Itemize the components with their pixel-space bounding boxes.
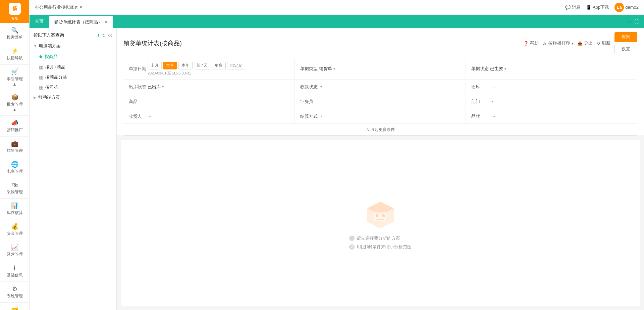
tabbar: 首页 销货单统计表（按商品） ✕ — ⛶	[30, 15, 644, 28]
user-menu[interactable]: Ea demo2	[614, 3, 639, 12]
date-filter-value: 上月 本月 本年 近7天 更多 自定义 2023-03-01 至 2023-03…	[148, 62, 289, 76]
filter-cell-warehouse: 仓库 ···	[466, 80, 637, 94]
sidebar-item-operation-label: 经营管理	[7, 252, 23, 257]
collapse-bar[interactable]: ∧ 收起更多条件	[123, 124, 637, 136]
sidebar-item-sales[interactable]: 💼 销售管理	[0, 137, 29, 157]
tab-close-icon[interactable]: ✕	[104, 20, 108, 24]
wholesale-expand-icon: ▲	[13, 107, 17, 112]
sidebar-item-quick-label: 快捷导航	[7, 55, 23, 61]
sidebar-item-search[interactable]: 🔍 搜索菜单	[0, 23, 29, 44]
department-value[interactable]: ▾	[490, 100, 632, 103]
date-btn-more[interactable]: 更多	[212, 62, 226, 69]
collapse-scheme-icon[interactable]: ≪	[108, 33, 112, 38]
scheme-item-by-month-product[interactable]: ▦ 按月+商品	[30, 62, 116, 72]
doc-type-text: 销货单	[319, 66, 332, 72]
out-status-value[interactable]: 已出库 ▾	[148, 84, 289, 90]
by-month-product-icon: ▦	[39, 64, 43, 70]
scheme-item-by-driver[interactable]: ▦ 按司机	[30, 82, 116, 92]
retail-nav-icon: 🛒	[11, 68, 18, 75]
scheme-header-title: 按以下方案查询	[34, 32, 64, 38]
window-minimize-icon[interactable]: —	[627, 19, 632, 24]
product-dots-icon[interactable]: ···	[149, 99, 153, 104]
export-button[interactable]: 📤 导出	[577, 40, 593, 46]
sidebar-item-purchase[interactable]: 🛍 采购管理	[0, 178, 29, 199]
scheme-group-mobile[interactable]: ▶ 移动端方案	[30, 92, 116, 102]
scheme-item-by-driver-label: 按司机	[45, 84, 58, 90]
sidebar-item-wholesale[interactable]: 📦 批发管理 ▲	[0, 90, 29, 116]
add-scheme-button[interactable]: +	[97, 32, 100, 38]
date-btn-last-month[interactable]: 上月	[148, 62, 162, 69]
tab-home[interactable]: 首页	[30, 15, 49, 28]
sidebar-item-inventory[interactable]: 📊 库存核算	[0, 199, 29, 219]
date-filter-label: 单据日期	[129, 66, 148, 72]
help-icon: ❓	[523, 41, 529, 46]
payment-value[interactable]: ▾	[319, 114, 461, 118]
sidebar-item-finance[interactable]: 💰 资金管理	[0, 219, 29, 240]
message-button[interactable]: 💬 消息	[565, 4, 581, 10]
warehouse-value[interactable]: ···	[490, 84, 632, 89]
date-btn-custom[interactable]: 自定义	[227, 62, 245, 69]
industry-selector[interactable]: 办公用品行业模拟账套 ▾	[35, 4, 82, 10]
out-status-dropdown-icon: ▾	[162, 85, 164, 89]
warehouse-dots-icon[interactable]: ···	[491, 84, 495, 89]
wholesale-nav-icon: 📦	[11, 94, 18, 101]
tab-sales-stats[interactable]: 销货单统计表（按商品） ✕	[49, 16, 113, 28]
scheme-item-by-product[interactable]: ● 按商品	[30, 51, 116, 62]
salesman-dots-icon[interactable]: ···	[320, 99, 324, 104]
receipt-status-value[interactable]: ▾	[319, 85, 461, 89]
product-value[interactable]: ···	[148, 99, 289, 104]
system-nav-icon: ⚙	[12, 285, 17, 293]
filter-cell-doc-type: 单据类型 销货单 ▾	[295, 58, 466, 80]
filter-cell-salesman: 业务员 ···	[295, 94, 466, 109]
print-button[interactable]: 🖨 按模板打印 ▾	[543, 40, 573, 46]
print-label: 按模板打印	[548, 40, 570, 46]
sidebar-item-operation[interactable]: 📈 经营管理	[0, 240, 29, 261]
sidebar-item-marketing[interactable]: 📣 营销推广	[0, 116, 29, 137]
settings-button[interactable]: 设置	[614, 44, 637, 54]
sidebar-item-basic[interactable]: ℹ 基础信息	[0, 261, 29, 282]
svg-rect-6	[376, 219, 384, 220]
refresh-scheme-icon[interactable]: ↻	[102, 33, 106, 38]
right-panel: 销货单统计表(按商品) ❓ 帮助 🖨 按模板打印 ▾	[117, 28, 644, 310]
topbar: 办公用品行业模拟账套 ▾ 💬 消息 📱 App下载 Ea demo2	[30, 0, 644, 15]
date-btn-7days[interactable]: 近7天	[194, 62, 210, 69]
receiver-value[interactable]: ···	[148, 114, 289, 119]
date-btn-this-month[interactable]: 本月	[163, 62, 177, 69]
filter-cell-out-status: 出库状态 已出库 ▾	[123, 80, 295, 94]
scheme-item-by-category[interactable]: ▦ 按商品分类	[30, 72, 116, 82]
date-btn-this-year[interactable]: 本年	[178, 62, 193, 69]
message-icon: 💬	[565, 5, 571, 10]
salesman-value[interactable]: ···	[319, 99, 461, 104]
pc-group-label: 电脑端方案	[39, 43, 61, 49]
scheme-group-pc[interactable]: ▼ 电脑端方案	[30, 41, 116, 51]
by-driver-icon: ▦	[39, 85, 43, 90]
sidebar-item-enterprise[interactable]: 🤝 企业协同	[0, 303, 29, 310]
window-maximize-icon[interactable]: ⛶	[634, 19, 639, 24]
doc-status-label: 单据状态	[471, 66, 490, 72]
app-download-button[interactable]: 📱 App下载	[586, 4, 609, 10]
sidebar-item-ecommerce[interactable]: 🌐 电商管理	[0, 157, 29, 178]
help-button[interactable]: ❓ 帮助	[523, 40, 539, 46]
purchase-nav-icon: 🛍	[12, 182, 18, 189]
sidebar-item-system[interactable]: ⚙ 系统管理	[0, 282, 29, 303]
brand-value[interactable]: ···	[490, 114, 632, 119]
refresh-button[interactable]: ↺ 刷新	[597, 40, 610, 46]
filter-grid: 单据日期 上月 本月 本年 近7天 更多 自定义 2023-03-01 至 20…	[123, 58, 637, 124]
date-range-text: 2023-03-01 至 2023-03-31	[148, 71, 191, 76]
brand-dots-icon[interactable]: ···	[491, 114, 495, 119]
query-button[interactable]: 查询	[614, 32, 637, 42]
enterprise-nav-icon: 🤝	[11, 306, 18, 310]
doc-type-value[interactable]: 销货单 ▾	[319, 66, 461, 72]
help-label: 帮助	[530, 40, 539, 46]
sidebar-item-quick[interactable]: ⚡ 快捷导航	[0, 44, 29, 65]
product-label: 商品	[129, 99, 148, 105]
tab-home-label: 首页	[35, 18, 44, 24]
receiver-dots-icon[interactable]: ···	[149, 114, 153, 119]
doc-status-value[interactable]: 已生效 ▾	[490, 66, 632, 72]
empty-state: 1 请先选择要分析的方案 2 用[过滤]条件来缩小分析范围	[121, 140, 640, 306]
receipt-status-dropdown-icon: ▾	[320, 85, 322, 89]
step-1-number: 1	[349, 236, 355, 241]
sidebar-item-retail[interactable]: 🛒 零售管理 ▲	[0, 65, 29, 90]
filter-cell-date: 单据日期 上月 本月 本年 近7天 更多 自定义 2023-03-01 至 20…	[123, 58, 295, 80]
refresh-label: 刷新	[602, 40, 610, 46]
